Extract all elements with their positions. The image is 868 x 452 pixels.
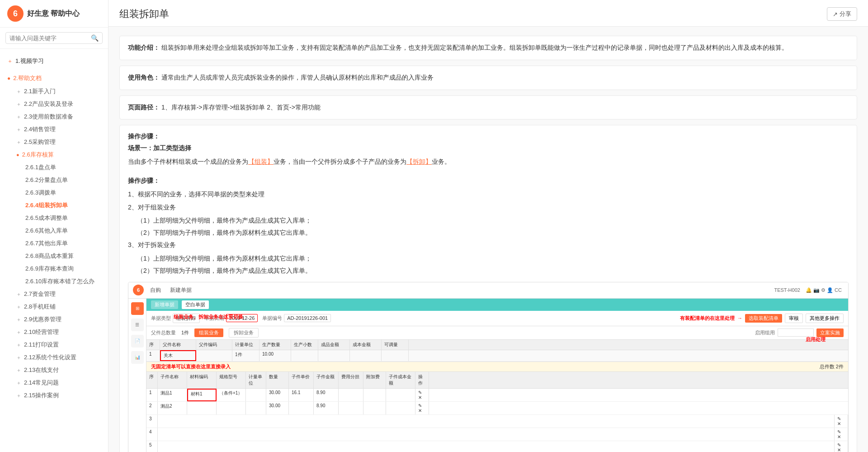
ctd-exp-1 xyxy=(339,389,363,401)
plus-icon-print: ＋ xyxy=(16,342,21,348)
apply-input[interactable] xyxy=(778,328,814,337)
ctd-spec-1: （条件+1） xyxy=(217,389,246,401)
app-menu-item-self[interactable]: 自购 xyxy=(147,286,164,294)
sidebar-item-warehouse-label: 2.6库存核算 xyxy=(22,151,54,159)
sidebar-item-2.6.7[interactable]: 2.6.7其他出库单 xyxy=(18,237,108,250)
sidebar-item-coupon[interactable]: ＋ 2.9优惠券管理 xyxy=(9,313,108,326)
more-ops-button[interactable]: 其他更多操作 xyxy=(806,314,844,323)
sidebar-item-2.6.4[interactable]: 2.6.4组装拆卸单 xyxy=(18,199,108,212)
sidebar-item-2.6.10[interactable]: 2.6.10库存账本错了怎么办 xyxy=(18,275,108,288)
sidebar-item-2.6.8[interactable]: 2.6.8商品成本重算 xyxy=(18,250,108,262)
parent-qty-label: 父件总数量 xyxy=(151,329,176,336)
parent-table-row-1: 1 关木 1件 10.00 xyxy=(146,350,848,362)
child-table-header: 序 子件名称 材料编码 规格型号 计量单位 数量 子件单价 子件金额 费用分担 xyxy=(146,372,848,389)
sidebar-item-video[interactable]: ＋ 1.视频学习 xyxy=(0,54,108,68)
disassembly-type-btn[interactable]: 拆卸业务 xyxy=(229,328,259,338)
sidebar-item-2.6.5[interactable]: 2.6.5成本调整单 xyxy=(18,212,108,224)
app-sidebar-chart[interactable]: 📊 xyxy=(131,351,144,364)
app-sidebar-list[interactable]: ☰ xyxy=(131,319,144,331)
disassembly-link[interactable]: 【拆卸】 xyxy=(406,158,432,165)
ctd-seq-4: 4 xyxy=(146,428,158,441)
sidebar-item-2.6.9[interactable]: 2.6.9库存账本查询 xyxy=(18,262,108,275)
sidebar-item-purchase-label: 2.5采购管理 xyxy=(24,138,56,146)
assembly-link[interactable]: 【组装】 xyxy=(248,158,274,165)
review-button[interactable]: 审核 xyxy=(785,314,803,323)
ctd-code-2 xyxy=(187,402,217,414)
plus-icon-coupon: ＋ xyxy=(16,316,21,323)
sidebar-item-newbie-label: 2.1新手入门 xyxy=(24,87,56,95)
app-sidebar-doc[interactable]: 📄 xyxy=(131,335,144,347)
bom-notice-area: 有装配清单的在这里处理 → 选取装配清单 审核 其他更多操作 xyxy=(680,314,844,323)
sidebar-item-cases[interactable]: ＋ 2.15操作案例 xyxy=(9,389,108,402)
scene1-title: 场景一：加工类型选择 xyxy=(128,144,849,152)
ops-steps-title: 操作步骤： xyxy=(128,177,849,185)
step3-sub2: （2）下部明细为子件明细，最终作为产成品生成其它入库单。 xyxy=(137,265,849,276)
sidebar-item-faq[interactable]: ＋ 2.14常见问题 xyxy=(9,376,108,389)
sidebar-item-sysconfig[interactable]: ＋ 2.12系统个性化设置 xyxy=(9,351,108,364)
ctd-ops-4[interactable]: ✎ ✕ xyxy=(835,428,848,441)
app-sidebar-home[interactable]: ⊞ xyxy=(131,302,144,315)
th-parent-name: 父件名称 xyxy=(160,340,196,350)
plus-icon-sysconfig: ＋ xyxy=(16,354,21,361)
search-icon[interactable]: 🔍 xyxy=(91,34,99,42)
ctd-ops-5[interactable]: ✎ ✕ xyxy=(835,441,848,452)
ctd-qty-1: 30.00 xyxy=(266,389,289,401)
ctd-seq-1: 1 xyxy=(146,389,158,401)
annotation-apply: 启用处理 xyxy=(806,336,826,343)
cth-name: 子件名称 xyxy=(158,372,187,388)
form-tab-blank[interactable]: 空白单据 xyxy=(182,300,209,309)
sidebar-item-2.6.6[interactable]: 2.6.6其他入库单 xyxy=(18,224,108,237)
sidebar-item-prepare[interactable]: ＋ 2.3使用前数据准备 xyxy=(9,110,108,123)
ctd-ops-3[interactable]: ✎ ✕ xyxy=(835,415,848,428)
sidebar-item-finance[interactable]: ＋ 2.7资金管理 xyxy=(9,288,108,300)
form-tab-new[interactable]: 新增单据 xyxy=(151,300,178,309)
cth-unit: 计量单位 xyxy=(246,372,266,388)
select-bom-button[interactable]: 选取装配清单 xyxy=(745,314,782,323)
ctd-ops-2[interactable]: ✎ ✕ xyxy=(415,402,429,414)
nav-area: ＋ 1.视频学习 ● 2.帮助文档 ＋ 2.1新手入门 ＋ 2.2产品安装及登录 xyxy=(0,49,108,452)
content-area: 功能介绍： 组装拆卸单用来处理企业组装或拆卸等加工业务，支持有固定装配清单的产品… xyxy=(108,27,868,452)
share-button[interactable]: ↗ 分享 xyxy=(827,7,857,21)
role-label: 使用角色： xyxy=(128,74,160,81)
sidebar-item-print[interactable]: ＋ 2.11打印设置 xyxy=(9,338,108,351)
ctd-extra-1 xyxy=(363,389,386,401)
step1: 1、根据不同的业务，选择不同单据的类型来处理 xyxy=(128,189,849,200)
sidebar-item-install[interactable]: ＋ 2.2产品安装及登录 xyxy=(9,98,108,110)
assembly-type-btn[interactable]: 组装业务 xyxy=(194,328,223,337)
ctd-ops-1[interactable]: ✎ ✕ xyxy=(415,389,429,401)
sidebar-item-2.6.2[interactable]: 2.6.2分量盘点单 xyxy=(18,174,108,186)
path-text: 1、库存核算->库存管理->组装拆卸单 2、首页->常用功能 xyxy=(161,104,321,111)
app-logo-sim: 6 xyxy=(133,285,144,295)
ctd-seq-2: 2 xyxy=(146,402,158,414)
ctd-extra-2 xyxy=(363,402,386,414)
plus-icon-prepare: ＋ xyxy=(16,114,21,120)
sidebar-item-sales[interactable]: ＋ 2.4销售管理 xyxy=(9,123,108,136)
ctd-cost-2 xyxy=(386,402,415,414)
sidebar-item-mobile[interactable]: ＋ 2.8手机旺铺 xyxy=(9,300,108,313)
td-prod-dec-1 xyxy=(291,350,318,361)
sidebar-item-ops[interactable]: ＋ 2.10经营管理 xyxy=(9,326,108,338)
app-menu-item-new[interactable]: 新建单据 xyxy=(167,286,194,294)
path-label: 页面路径： xyxy=(128,104,160,111)
sidebar-item-online[interactable]: ＋ 2.13在线支付 xyxy=(9,364,108,376)
plus-icon-purchase: ＋ xyxy=(16,139,21,146)
sidebar-item-warehouse[interactable]: ● 2.6库存核算 xyxy=(9,148,108,161)
sidebar-item-newbie[interactable]: ＋ 2.1新手入门 xyxy=(9,85,108,98)
bom-arrow: → xyxy=(737,315,742,321)
sidebar-item-2.6.3[interactable]: 2.6.3调拨单 xyxy=(18,186,108,199)
search-area: 🔍 xyxy=(0,28,108,49)
ctd-empty-5 xyxy=(158,441,835,452)
steps-section: 操作步骤： 场景一：加工类型选择 当由多个子件材料组装成一个成品的业务为【组装】… xyxy=(119,125,857,452)
child-row-1: 1 测品1 材料1 （条件+1） 30.00 16.1 8.90 xyxy=(146,389,848,402)
sidebar-item-help[interactable]: ● 2.帮助文档 xyxy=(0,71,108,85)
plus-icon-faq: ＋ xyxy=(16,380,21,386)
sidebar-item-purchase[interactable]: ＋ 2.5采购管理 xyxy=(9,136,108,148)
search-input[interactable] xyxy=(9,35,91,42)
ctd-uprice-1: 16.1 xyxy=(289,389,314,401)
app-logo-text: 好生意 帮助中心 xyxy=(27,9,80,19)
nav-level3-warehouse: 2.6.1盘点单 2.6.2分量盘点单 2.6.3调拨单 2.6.4组装拆卸单 … xyxy=(9,161,108,288)
sidebar-item-2.6.1[interactable]: 2.6.1盘点单 xyxy=(18,161,108,174)
ctd-uprice-2 xyxy=(289,402,314,414)
search-box[interactable]: 🔍 xyxy=(5,32,103,44)
td-unit-1: 1件 xyxy=(232,350,259,361)
